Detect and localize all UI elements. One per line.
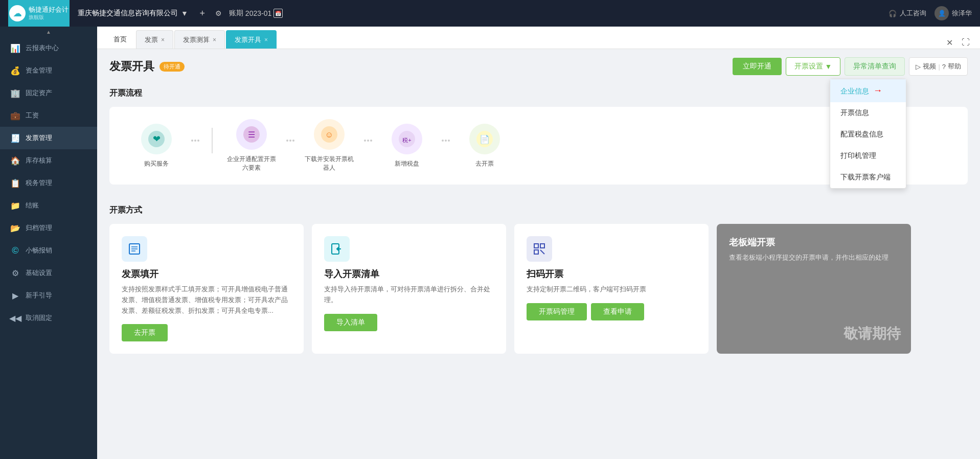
dropdown-item-company-info[interactable]: 企业信息 → (830, 79, 906, 102)
logo-text: 畅捷通好会计 (29, 6, 69, 14)
help-label[interactable]: 帮助 (948, 62, 961, 71)
sidebar-item-label: 资金管理 (26, 66, 52, 75)
boss-invoice-overlay: 敬请期待 (844, 324, 901, 343)
svg-text:❤: ❤ (153, 134, 161, 144)
sidebar-item-label: 云报表中心 (26, 43, 59, 53)
flow-divider-1 (212, 128, 213, 153)
scan-invoice-icon (527, 236, 552, 262)
settings-icon[interactable]: ⚙ (213, 7, 225, 19)
settlement-icon: 📁 (10, 200, 20, 211)
inventory-icon: 🏠 (10, 155, 20, 166)
sidebar-item-settlement[interactable]: 📁 结账 (0, 194, 97, 217)
svg-text:☰: ☰ (248, 130, 255, 139)
support-info[interactable]: 🎧 人工咨询 (888, 9, 926, 18)
logo-sub: 旗舰版 (29, 14, 69, 21)
payment-methods-title: 开票方式 (109, 197, 968, 216)
sidebar-item-inventory[interactable]: 🏠 库存核算 (0, 149, 97, 172)
user-name: 徐泽华 (952, 9, 972, 18)
tab-home[interactable]: 首页 (105, 30, 135, 49)
support-label: 人工咨询 (900, 9, 926, 18)
company-name: 重庆畅捷交通信息咨询有限公司 (78, 9, 178, 18)
dropdown-item-printer-mgmt[interactable]: 打印机管理 (830, 145, 906, 167)
flow-connector-2 (282, 140, 299, 142)
sidebar-item-label: 库存核算 (26, 156, 52, 165)
tab-invoice-calc-label: 发票测算 (183, 35, 210, 44)
sidebar-item-label: 归档管理 (26, 223, 52, 233)
settings-btn-label: 开票设置 (794, 62, 823, 71)
sidebar-item-salary[interactable]: 💼 工资 (0, 104, 97, 127)
tab-invoice-close[interactable]: × (161, 36, 165, 43)
view-apply-button[interactable]: 查看申请 (591, 303, 644, 320)
cloud-reports-icon: 📊 (10, 43, 20, 53)
sidebar-item-basic-settings[interactable]: ⚙ 基础设置 (0, 262, 97, 284)
sidebar-item-label: 工资 (26, 111, 39, 120)
dropdown-item-invoice-info[interactable]: 开票信息 (830, 102, 906, 124)
sidebar-item-cloud-reports[interactable]: 📊 云报表中心 (0, 37, 97, 59)
add-tab-button[interactable]: + (196, 7, 209, 19)
sidebar-item-new-guide[interactable]: ▶ 新手引导 (0, 284, 97, 307)
play-icon: ▷ (916, 63, 921, 71)
fill-invoice-desc: 支持按照发票样式手工填开发票；可开具增值税电子普通发票、增值税普通发票、增值税专… (122, 284, 291, 316)
sidebar-item-xiaochang[interactable]: © 小畅报销 (0, 239, 97, 262)
flow-step-taxpad-icon: 税+ (392, 124, 422, 154)
qr-manage-button[interactable]: 开票码管理 (527, 303, 587, 320)
boss-invoice-title: 老板端开票 (729, 236, 899, 248)
tab-invoice-label: 发票 (145, 35, 158, 44)
app-container: ☁ 畅捷通好会计 旗舰版 重庆畅捷交通信息咨询有限公司 ▼ + ⚙ 账期 202… (0, 0, 980, 459)
sidebar-item-fund-mgmt[interactable]: 💰 资金管理 (0, 59, 97, 82)
calendar-icon[interactable]: 📅 (274, 9, 283, 18)
tab-invoice-calc[interactable]: 发票测算 × (174, 30, 225, 49)
activate-button[interactable]: 立即开通 (733, 58, 782, 75)
sidebar-item-tax-mgmt[interactable]: 📋 税务管理 (0, 172, 97, 194)
fill-invoice-icon (122, 236, 147, 262)
tab-invoice[interactable]: 发票 × (136, 30, 173, 49)
basic-settings-icon: ⚙ (10, 268, 20, 278)
dropdown-item-download-client[interactable]: 下载开票客户端 (830, 167, 906, 188)
content-area: 首页 发票 × 发票测算 × 发票开具 × ✕ ⛶ (97, 27, 980, 459)
svg-text:税+: 税+ (402, 137, 411, 143)
settings-button[interactable]: 开票设置 ▼ (786, 57, 841, 76)
logo-text-group: 畅捷通好会计 旗舰版 (29, 6, 69, 21)
sidebar-scroll-up[interactable]: ▲ (0, 27, 97, 37)
svg-text:☺: ☺ (325, 130, 333, 139)
tab-invoice-issue-label: 发票开具 (235, 35, 261, 44)
dropdown-item-tax-config[interactable]: 配置税盘信息 (830, 124, 906, 145)
invoice-mgmt-icon: 🧾 (10, 133, 20, 143)
settings-dropdown-menu: 企业信息 → 开票信息 配置税盘信息 打印机管理 下 (830, 79, 906, 189)
fill-invoice-card: 发票填开 支持按照发票样式手工填开发票；可开具增值税电子普通发票、增值税普通发票… (109, 224, 304, 354)
sidebar-item-label: 新手引导 (26, 291, 52, 300)
help-area: ▷ 视频 | ? 帮助 (909, 57, 968, 76)
fill-invoice-button[interactable]: 去开票 (122, 324, 168, 341)
flow-step-config-label: 企业开通配置开票六要素 (226, 155, 277, 172)
company-selector[interactable]: 重庆畅捷交通信息咨询有限公司 ▼ (74, 7, 192, 20)
video-label[interactable]: 视频 (923, 62, 936, 71)
payment-cards: 发票填开 支持按照发票样式手工填开发票；可开具增值税电子普通发票、增值税普通发票… (109, 224, 968, 354)
flow-step-buy: ❤ 购买服务 (126, 124, 187, 168)
sidebar-item-cancel-fixed[interactable]: ◀◀ 取消固定 (0, 307, 97, 329)
top-bar-right: 🎧 人工咨询 👤 徐泽华 (888, 6, 972, 20)
sidebar-item-fixed-assets[interactable]: 🏢 固定资产 (0, 82, 97, 104)
main-area: ▲ 📊 云报表中心 💰 资金管理 🏢 固定资产 💼 工资 🧾 发票管理 (0, 27, 980, 459)
tab-invoice-issue[interactable]: 发票开具 × (226, 30, 277, 49)
sidebar-item-invoice-mgmt[interactable]: 🧾 发票管理 (0, 127, 97, 149)
fund-mgmt-icon: 💰 (10, 65, 20, 76)
flow-step-config: ☰ 企业开通配置开票六要素 (221, 119, 282, 172)
flow-connector-3 (360, 140, 376, 142)
flow-step-issue-label: 去开票 (475, 159, 494, 168)
headset-icon: 🎧 (888, 10, 897, 17)
sidebar-item-label: 发票管理 (26, 133, 52, 143)
tab-invoice-calc-close[interactable]: × (213, 36, 216, 43)
page-header: 发票开具 待开通 立即开通 开票设置 ▼ 异常清单查询 ▷ 视频 | (97, 49, 980, 80)
flow-step-taxpad: 税+ 新增税盘 (376, 124, 438, 168)
import-invoice-button[interactable]: 导入清单 (324, 314, 377, 331)
anomaly-button[interactable]: 异常清单查询 (845, 57, 905, 76)
sidebar-item-archive[interactable]: 📂 归档管理 (0, 217, 97, 239)
page-title-area: 发票开具 待开通 (109, 59, 185, 74)
close-window-button[interactable]: ✕ (943, 36, 955, 49)
import-invoice-desc: 支持导入待开票清单，可对待开票清单进行拆分、合并处理。 (324, 284, 494, 306)
sidebar-item-label: 固定资产 (26, 88, 52, 98)
tab-invoice-issue-close[interactable]: × (264, 36, 268, 43)
user-avatar: 👤 (935, 6, 949, 20)
period-label: 账期 (229, 9, 243, 18)
maximize-window-button[interactable]: ⛶ (960, 36, 972, 49)
